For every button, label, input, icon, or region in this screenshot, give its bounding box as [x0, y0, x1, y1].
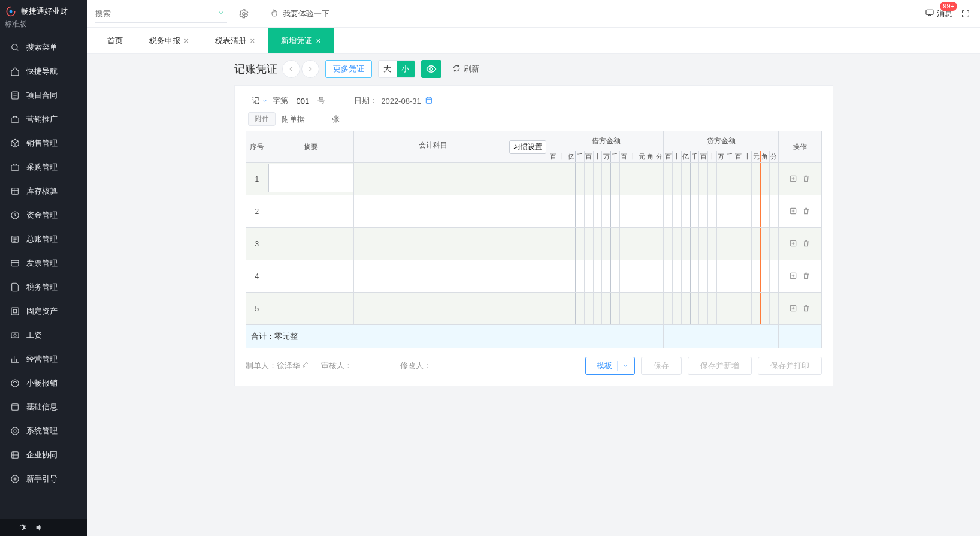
sidebar-item[interactable]: 采购管理 [0, 155, 87, 179]
tab[interactable]: 新增凭证× [268, 28, 334, 53]
amount-cell[interactable] [743, 228, 752, 260]
amount-cell[interactable] [558, 163, 567, 195]
close-icon[interactable]: × [184, 36, 189, 46]
amount-cell[interactable] [664, 228, 673, 260]
amount-cell[interactable] [584, 163, 593, 195]
amount-cell[interactable] [549, 195, 558, 228]
amount-cell[interactable] [611, 260, 620, 293]
amount-cell[interactable] [699, 228, 708, 260]
amount-cell[interactable] [690, 228, 699, 260]
amount-cell[interactable] [769, 195, 778, 228]
amount-cell[interactable] [769, 293, 778, 325]
delete-row-icon[interactable] [801, 207, 811, 216]
delete-row-icon[interactable] [801, 272, 811, 281]
subject-cell[interactable] [354, 195, 549, 228]
sidebar-item[interactable]: 库存核算 [0, 179, 87, 203]
amount-cell[interactable] [602, 260, 611, 293]
tab[interactable]: 税务申报× [136, 28, 202, 53]
amount-cell[interactable] [743, 293, 752, 325]
more-voucher-button[interactable]: 更多凭证 [325, 60, 372, 78]
amount-cell[interactable] [593, 228, 602, 260]
amount-cell[interactable] [725, 228, 734, 260]
amount-cell[interactable] [584, 228, 593, 260]
amount-cell[interactable] [690, 195, 699, 228]
amount-cell[interactable] [681, 195, 690, 228]
sidebar-item[interactable]: 系统管理 [0, 419, 87, 443]
amount-cell[interactable] [593, 195, 602, 228]
amount-cell[interactable] [619, 260, 628, 293]
amount-cell[interactable] [699, 163, 708, 195]
amount-cell[interactable] [576, 228, 585, 260]
amount-cell[interactable] [619, 195, 628, 228]
amount-cell[interactable] [707, 260, 716, 293]
settings-icon[interactable] [17, 523, 26, 532]
amount-cell[interactable] [567, 260, 576, 293]
amount-cell[interactable] [699, 195, 708, 228]
sidebar-item[interactable]: 发票管理 [0, 251, 87, 275]
amount-cell[interactable] [673, 228, 682, 260]
summary-cell[interactable] [268, 195, 354, 228]
save-button[interactable]: 保存 [641, 357, 682, 375]
sidebar-item[interactable]: 营销推广 [0, 107, 87, 131]
fullscreen-icon[interactable] [960, 8, 972, 20]
amount-cell[interactable] [611, 195, 620, 228]
template-button[interactable]: 模板 [585, 357, 635, 375]
amount-cell[interactable] [646, 163, 655, 195]
amount-cell[interactable] [752, 260, 761, 293]
amount-cell[interactable] [558, 260, 567, 293]
amount-cell[interactable] [576, 260, 585, 293]
amount-cell[interactable] [549, 293, 558, 325]
amount-cell[interactable] [576, 163, 585, 195]
sidebar-item[interactable]: 销售管理 [0, 131, 87, 155]
amount-cell[interactable] [558, 195, 567, 228]
sidebar-item[interactable]: 经营管理 [0, 347, 87, 371]
amount-cell[interactable] [549, 163, 558, 195]
amount-cell[interactable] [646, 195, 655, 228]
amount-cell[interactable] [725, 163, 734, 195]
tab[interactable]: 首页 [94, 28, 136, 53]
size-large-button[interactable]: 大 [379, 61, 397, 77]
amount-cell[interactable] [734, 228, 743, 260]
amount-cell[interactable] [743, 195, 752, 228]
amount-cell[interactable] [769, 163, 778, 195]
amount-cell[interactable] [716, 293, 725, 325]
amount-cell[interactable] [611, 293, 620, 325]
sidebar-item[interactable]: 企业协同 [0, 443, 87, 467]
amount-cell[interactable] [628, 260, 637, 293]
next-button[interactable] [301, 60, 319, 78]
amount-cell[interactable] [725, 195, 734, 228]
amount-cell[interactable] [752, 293, 761, 325]
amount-cell[interactable] [602, 293, 611, 325]
message-button[interactable]: 消息 99+ [925, 8, 952, 19]
sidebar-item[interactable]: 搜索菜单 [0, 35, 87, 59]
amount-cell[interactable] [743, 163, 752, 195]
amount-cell[interactable] [584, 260, 593, 293]
refresh-button[interactable]: 刷新 [447, 60, 484, 78]
amount-cell[interactable] [628, 195, 637, 228]
amount-cell[interactable] [619, 293, 628, 325]
amount-cell[interactable] [681, 293, 690, 325]
amount-cell[interactable] [558, 293, 567, 325]
sidebar-item[interactable]: 新手引导 [0, 467, 87, 491]
amount-cell[interactable] [628, 293, 637, 325]
search-dropdown-icon[interactable] [217, 9, 225, 18]
amount-cell[interactable] [628, 228, 637, 260]
amount-cell[interactable] [593, 260, 602, 293]
amount-cell[interactable] [761, 228, 770, 260]
amount-cell[interactable] [716, 163, 725, 195]
amount-cell[interactable] [664, 195, 673, 228]
amount-cell[interactable] [646, 293, 655, 325]
preview-button[interactable] [421, 60, 441, 78]
amount-cell[interactable] [743, 260, 752, 293]
delete-row-icon[interactable] [801, 174, 811, 184]
subject-cell[interactable] [354, 228, 549, 260]
amount-cell[interactable] [602, 228, 611, 260]
amount-cell[interactable] [725, 260, 734, 293]
delete-row-icon[interactable] [801, 239, 811, 249]
amount-cell[interactable] [655, 293, 664, 325]
amount-cell[interactable] [673, 260, 682, 293]
amount-cell[interactable] [716, 260, 725, 293]
amount-cell[interactable] [664, 260, 673, 293]
amount-cell[interactable] [690, 293, 699, 325]
amount-cell[interactable] [734, 260, 743, 293]
